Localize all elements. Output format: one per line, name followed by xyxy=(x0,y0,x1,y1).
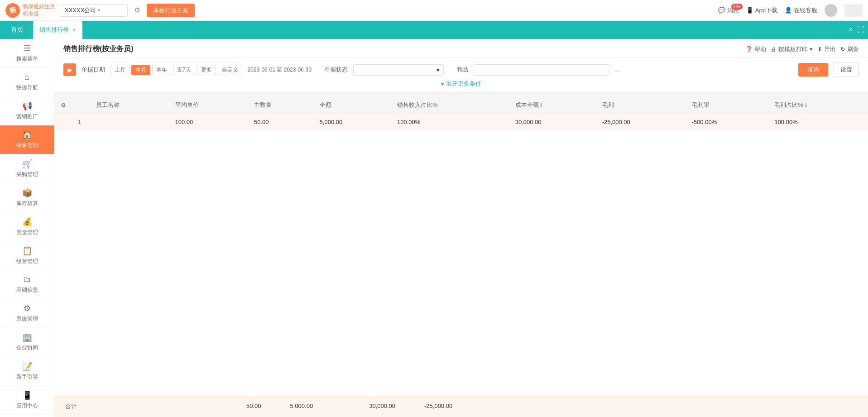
filter-arrow-button[interactable]: ▶ xyxy=(63,63,76,76)
expand-more-button[interactable]: ▾ 展开更多条件 xyxy=(441,80,481,88)
help-button[interactable]: ❓ 帮助 xyxy=(745,45,766,53)
sidebar-item-apps[interactable]: 📱 应用中心 xyxy=(0,386,54,415)
top-header: 畅 畅康通好生意 标准版 XXXXX公司 ▾ ⚙ 体验行业方案 💬 消息 99+… xyxy=(0,0,868,21)
sidebar-item-wechat[interactable]: 💬 企业微信 xyxy=(0,415,54,417)
row-gross: -25,000.00 xyxy=(597,114,686,130)
sidebar-label-apps: 应用中心 xyxy=(16,402,38,410)
row-quantity: 50.00 xyxy=(249,114,314,130)
sidebar-label-enterprise: 企业协同 xyxy=(16,344,38,352)
template-print-button[interactable]: 🖨 按模板打印 ▾ xyxy=(771,45,813,53)
col-gross-rate: 毛利率 xyxy=(686,96,769,114)
status-dropdown-icon: ▾ xyxy=(436,67,440,73)
sidebar-label-marketing: 营销推广 xyxy=(16,113,38,120)
app-download-button[interactable]: 📱 App下载 xyxy=(746,6,777,14)
avatar[interactable] xyxy=(825,4,837,17)
company-selector[interactable]: XXXXX公司 ▾ xyxy=(60,4,128,17)
date-range-display: 2023-06-01 至 2023-06-30 xyxy=(248,66,312,74)
header-right: 💬 消息 99+ 📱 App下载 👤 在线客服 xyxy=(718,4,863,17)
sidebar-item-basic[interactable]: 🗂 基础信息 xyxy=(0,270,54,299)
sidebar-item-guide[interactable]: 📝 新手引导 xyxy=(0,357,54,386)
filter-bar: ▶ 单据日期 上月 本月 本年 近7天 更多 自定义 2023-06-01 至 … xyxy=(54,58,868,93)
col-amount: 全额 xyxy=(314,96,392,114)
sidebar-item-purchase[interactable]: 🛒 采购管理 xyxy=(0,154,54,183)
col-rank xyxy=(72,96,91,114)
date-filter-group: 上月 本月 本年 近7天 更多 自定义 xyxy=(110,65,242,75)
data-table: ⚙ 员工名称 平均单价 主数量 全额 销售收入占比% 成本全额 ℹ 毛利 毛利率… xyxy=(54,96,868,130)
goods-more-icon[interactable]: ... xyxy=(615,67,620,73)
footer-amount: 5,000.00 xyxy=(285,401,319,412)
gross-pct-info-icon[interactable]: ℹ xyxy=(805,102,807,108)
date-btn-this-year[interactable]: 本年 xyxy=(152,65,171,75)
sidebar-item-inventory[interactable]: 📦 库存核算 xyxy=(0,183,54,212)
user-name xyxy=(844,4,863,17)
page-title: 销售排行榜(按业务员) xyxy=(63,44,134,54)
sidebar-item-sales[interactable]: 🏠 销售管理 xyxy=(0,125,54,154)
tab-close-icon[interactable]: × xyxy=(72,26,76,34)
operations-icon: 📋 xyxy=(22,246,32,256)
apps-icon: 📱 xyxy=(22,390,32,400)
sidebar-item-enterprise[interactable]: 🏢 企业协同 xyxy=(0,328,54,357)
row-employee xyxy=(91,114,170,130)
date-btn-more[interactable]: 更多 xyxy=(197,65,216,75)
table-settings-button[interactable]: 设置 xyxy=(834,62,859,77)
logo-icon: 畅 xyxy=(5,3,20,18)
col-gross: 毛利 xyxy=(597,96,686,114)
query-button[interactable]: 查询 xyxy=(798,63,828,77)
footer-gross: -25,000.00 xyxy=(419,401,458,412)
sidebar-item-finance[interactable]: 💰 资金管理 xyxy=(0,212,54,241)
sidebar-item-operations[interactable]: 📋 经营管理 xyxy=(0,241,54,270)
row-amount: 5,000.00 xyxy=(314,114,392,130)
date-btn-this-month[interactable]: 本月 xyxy=(131,65,150,75)
export-icon: ⬇ xyxy=(817,46,822,53)
sidebar-label-finance: 资金管理 xyxy=(16,229,38,236)
date-btn-custom[interactable]: 自定义 xyxy=(218,65,242,75)
footer-quantity: 50.00 xyxy=(241,401,267,412)
expand-icon: ▾ xyxy=(441,81,444,87)
col-employee: 员工名称 xyxy=(91,96,170,114)
tab-sales-ranking[interactable]: 销售排行榜 × xyxy=(33,21,82,39)
status-select[interactable]: ▾ xyxy=(353,64,444,76)
finance-icon: 💰 xyxy=(22,217,32,227)
window-expand-icon[interactable]: ⛶ xyxy=(857,26,864,34)
sidebar-label-sales: 销售管理 xyxy=(16,142,38,149)
sidebar-item-marketing[interactable]: 📢 营销推广 xyxy=(0,96,54,125)
col-settings[interactable]: ⚙ xyxy=(54,96,72,114)
window-close-icon[interactable]: × xyxy=(849,26,853,34)
company-name: XXXXX公司 xyxy=(65,6,96,14)
sidebar-label-search-order: 搜索菜单 xyxy=(16,55,38,63)
row-gross-pct: 100.00% xyxy=(769,114,868,130)
main-layout: ☰ 搜索菜单 ⌂ 快捷导航 📢 营销推广 🏠 销售管理 🛒 采购管理 📦 库存核… xyxy=(0,39,868,417)
row-gross-rate: -500.00% xyxy=(686,114,769,130)
sidebar-item-system[interactable]: ⚙ 系统管理 xyxy=(0,299,54,328)
online-service-button[interactable]: 👤 在线客服 xyxy=(785,6,817,14)
settings-icon[interactable]: ⚙ xyxy=(132,4,142,16)
chevron-down-icon: ▾ xyxy=(98,8,100,13)
date-btn-last-month[interactable]: 上月 xyxy=(110,65,129,75)
sidebar-item-search-order[interactable]: ☰ 搜索菜单 xyxy=(0,39,54,68)
refresh-button[interactable]: ↻ 刷新 xyxy=(840,45,859,53)
notification-button[interactable]: 💬 消息 99+ xyxy=(718,6,739,14)
sidebar-item-quick-nav[interactable]: ⌂ 快捷导航 xyxy=(0,68,54,96)
cost-info-icon[interactable]: ℹ xyxy=(540,102,542,108)
tab-home[interactable]: 首页 xyxy=(4,21,31,39)
message-icon: 💬 xyxy=(718,7,725,14)
sales-icon: 🏠 xyxy=(22,130,32,140)
tab-label: 销售排行榜 xyxy=(39,26,69,34)
sidebar: ☰ 搜索菜单 ⌂ 快捷导航 📢 营销推广 🏠 销售管理 🛒 采购管理 📦 库存核… xyxy=(0,39,54,417)
print-icon: 🖨 xyxy=(771,46,777,53)
row-sales-pct: 100.00% xyxy=(392,114,510,130)
date-btn-7days[interactable]: 近7天 xyxy=(173,65,195,75)
row-rank: 1 xyxy=(72,114,91,130)
marketing-icon: 📢 xyxy=(22,101,32,111)
tab-bar-right: × ⛶ xyxy=(849,26,864,34)
logo-area: 畅 畅康通好生意 标准版 xyxy=(5,3,55,18)
trial-button[interactable]: 体验行业方案 xyxy=(147,4,195,17)
export-button[interactable]: ⬇ 导出 xyxy=(817,45,836,53)
filter-row-1: ▶ 单据日期 上月 本月 本年 近7天 更多 自定义 2023-06-01 至 … xyxy=(63,62,859,77)
row-settings-col xyxy=(54,114,72,130)
goods-input[interactable] xyxy=(474,64,609,76)
col-cost: 成本全额 ℹ xyxy=(510,96,597,114)
table-section: ⚙ 员工名称 平均单价 主数量 全额 销售收入占比% 成本全额 ℹ 毛利 毛利率… xyxy=(54,96,868,396)
tab-bar: 首页 销售排行榜 × × ⛶ xyxy=(0,21,868,39)
logo-text: 畅康通好生意 标准版 xyxy=(23,3,55,17)
